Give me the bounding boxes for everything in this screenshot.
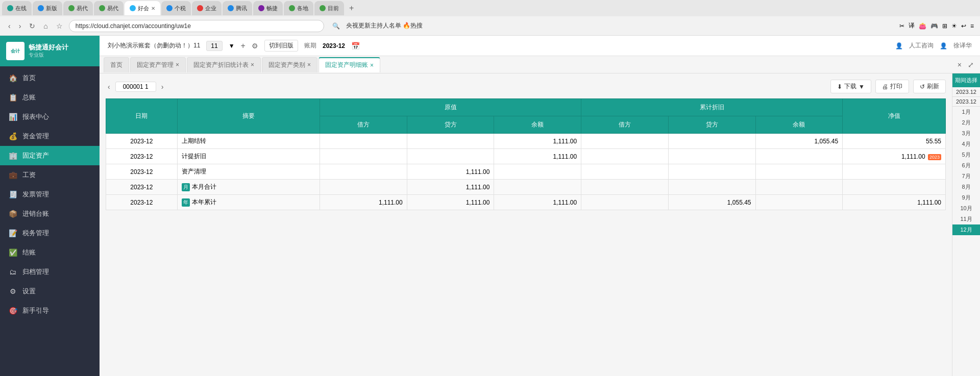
browser-tab-haokuai[interactable]: 好会 ✕ [125, 1, 160, 15]
fund-icon: 💰 [8, 132, 17, 141]
browser-tab-online[interactable]: 在线 [2, 1, 32, 15]
tab-close-icon[interactable]: × [251, 61, 254, 68]
sidebar-item-reports[interactable]: 📊 报表中心 [0, 107, 100, 127]
sidebar-item-label: 首页 [22, 73, 36, 83]
period-month-6[interactable]: 6月 [952, 160, 980, 171]
cell-orig-debit: 1,111.00 [320, 195, 407, 210]
col-date: 日期 [106, 99, 178, 134]
cell-orig-credit [407, 149, 494, 164]
tab-fixed-asset-mgmt[interactable]: 固定资产管理 × [130, 57, 186, 72]
tab-close-icon[interactable]: ✕ [151, 6, 155, 11]
browser-tab-qiye[interactable]: 企业 [192, 1, 222, 15]
sidebar-item-fixed-assets[interactable]: 🏢 固定资产 [0, 146, 100, 165]
sidebar-item-payroll[interactable]: 💼 工资 [0, 165, 100, 185]
translate-icon[interactable]: 译 [909, 21, 915, 30]
sidebar-item-settings[interactable]: ⚙ 设置 [0, 282, 100, 301]
sidebar-item-stock[interactable]: 📦 进销台账 [0, 204, 100, 223]
game-icon[interactable]: 🎮 [930, 22, 938, 30]
browser-tab-changjie[interactable]: 畅捷 [253, 1, 283, 15]
period-month-5[interactable]: 5月 [952, 149, 980, 160]
cell-acc-debit [581, 195, 669, 210]
payroll-icon: 💼 [8, 170, 17, 180]
col-orig-debit: 借方 [320, 116, 407, 134]
scissors-icon[interactable]: ✂ [899, 22, 904, 30]
period-month-1[interactable]: 1月 [952, 107, 980, 117]
undo-icon[interactable]: ↩ [961, 22, 966, 30]
print-button[interactable]: 🖨 打印 [875, 80, 909, 93]
wallet-icon[interactable]: 👛 [919, 22, 926, 30]
prev-page-button[interactable]: ‹ [106, 82, 112, 92]
consultant-label[interactable]: 人工咨询 [909, 41, 934, 50]
period-month-10[interactable]: 10月 [952, 203, 980, 214]
tab-minimize-button[interactable]: × [955, 60, 964, 70]
browser-tab-geshui[interactable]: 个税 [161, 1, 191, 15]
tab-label: 固定资产类别 [268, 61, 305, 69]
period-start-date[interactable]: 2023.12 [952, 87, 980, 97]
tab-close-icon[interactable]: × [370, 62, 374, 69]
settings-button[interactable]: ⚙ [252, 42, 258, 50]
url-input[interactable]: https://cloud.chanjet.com/accounting/uw1… [69, 20, 324, 32]
period-end-date[interactable]: 2023.12 [952, 97, 980, 107]
browser-tab-new[interactable]: 新版 [33, 1, 62, 15]
sidebar-item-label: 发票管理 [22, 190, 49, 199]
back-button[interactable]: ‹ [6, 21, 13, 31]
period-month-2[interactable]: 2月 [952, 117, 980, 128]
sidebar-item-fund[interactable]: 💰 资金管理 [0, 127, 100, 146]
cell-net-value: 1,111.00 [843, 195, 946, 210]
period-month-9[interactable]: 9月 [952, 192, 980, 203]
refresh-button[interactable]: ↺ 刷新 [913, 80, 946, 93]
home-button[interactable]: ⌂ [41, 21, 50, 31]
cell-date: 2023-12 [106, 195, 178, 210]
period-month-4[interactable]: 4月 [952, 139, 980, 149]
sidebar-item-guide[interactable]: 🎯 新手引导 [0, 301, 100, 320]
sidebar-item-general-ledger[interactable]: 📋 总账 [0, 88, 100, 107]
col-summary: 摘要 [177, 99, 320, 134]
add-account-button[interactable]: + [241, 41, 246, 51]
sidebar-item-invoice[interactable]: 🧾 发票管理 [0, 185, 100, 204]
download-button[interactable]: ⬇ 下载 ▼ [830, 80, 871, 93]
cell-net-value: 1,111.00 2023 [843, 149, 946, 164]
tab-asset-ledger[interactable]: 固定资产明细账 × [318, 57, 380, 72]
tab-label: 目前 [328, 5, 339, 12]
download-dropdown-icon[interactable]: ▼ [859, 83, 865, 90]
tab-label: 企业 [205, 5, 216, 12]
period-month-3[interactable]: 3月 [952, 128, 980, 139]
refresh-button[interactable]: ↻ [27, 21, 37, 31]
browser-tab-tengxun[interactable]: 腾讯 [223, 1, 252, 15]
cell-summary: 年本年累计 [177, 195, 320, 210]
period-label: 账期 [304, 41, 316, 50]
tab-depreciation-stats[interactable]: 固定资产折旧统计表 × [187, 57, 261, 72]
period-month-8[interactable]: 8月 [952, 182, 980, 192]
sun-icon[interactable]: ☀ [951, 22, 957, 30]
col-original-value: 原值 [320, 99, 581, 116]
menu-icon[interactable]: ≡ [970, 22, 974, 30]
tab-label: 在线 [15, 5, 27, 12]
sidebar-item-tax[interactable]: 📝 税务管理 [0, 223, 100, 243]
next-page-button[interactable]: › [159, 82, 166, 92]
calendar-icon[interactable]: 📅 [351, 42, 360, 50]
tab-home[interactable]: 首页 [104, 57, 129, 72]
bookmark-button[interactable]: ☆ [54, 21, 65, 31]
archive-icon: 🗂 [8, 267, 17, 277]
tab-close-icon[interactable]: × [307, 61, 311, 68]
browser-tab-gedi[interactable]: 各地 [284, 1, 313, 15]
sidebar-item-home[interactable]: 🏠 首页 [0, 68, 100, 88]
switch-version-btn[interactable]: 切到旧版 [264, 40, 298, 52]
browser-tab-yidai1[interactable]: 易代 [63, 1, 93, 15]
tab-expand-button[interactable]: ⤢ [966, 60, 976, 70]
browser-tab-yidai2[interactable]: 易代 [94, 1, 124, 15]
period-month-11[interactable]: 11月 [952, 214, 980, 224]
main-content: 刘小艳演示账套（勿删勿动！）11 11 ▼ + ⚙ 切到旧版 账期 2023-1… [100, 36, 980, 376]
period-month-12[interactable]: 12月 [952, 224, 980, 235]
grid-icon[interactable]: ⊞ [942, 22, 947, 30]
tab-close-icon[interactable]: × [176, 61, 179, 68]
sidebar-item-close[interactable]: ✅ 结账 [0, 243, 100, 262]
period-month-7[interactable]: 7月 [952, 171, 980, 182]
browser-tab-muqian[interactable]: 目前 [314, 1, 344, 15]
new-tab-button[interactable]: + [345, 2, 358, 15]
forward-button[interactable]: › [17, 21, 23, 31]
sidebar-item-label: 工资 [22, 170, 36, 180]
sidebar-item-archive[interactable]: 🗂 归档管理 [0, 262, 100, 282]
dropdown-arrow[interactable]: ▼ [229, 42, 235, 49]
tab-asset-category[interactable]: 固定资产类别 × [262, 57, 317, 72]
